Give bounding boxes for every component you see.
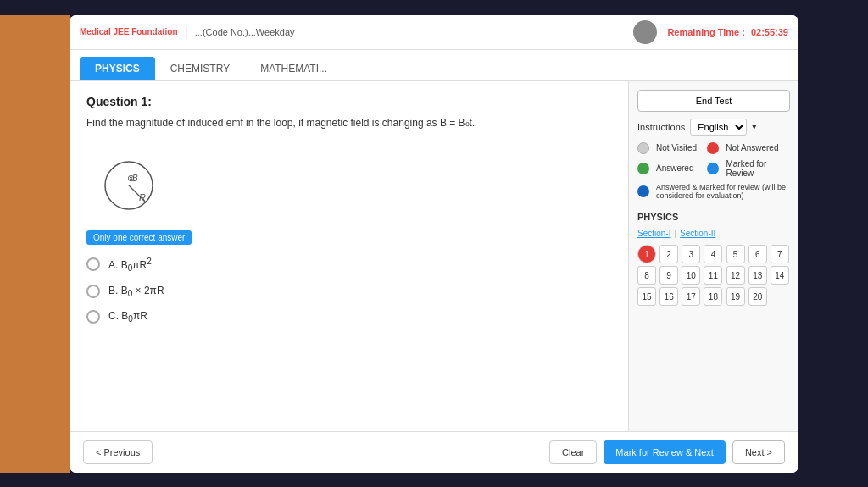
footer-buttons: < Previous Clear Mark for Review & Next … bbox=[70, 431, 798, 473]
number-grid: 1 2 3 4 5 6 7 8 9 10 11 12 13 14 15 16 1 bbox=[637, 245, 790, 306]
num-btn-16[interactable]: 16 bbox=[659, 287, 678, 306]
option-b-label: B. B0 × 2πR bbox=[108, 285, 164, 298]
logo-text: Medical JEE Foundation bbox=[80, 27, 178, 36]
only-one-label: Only one correct answer bbox=[86, 229, 611, 257]
next-button[interactable]: Next > bbox=[732, 440, 785, 464]
svg-text:B: B bbox=[132, 174, 138, 183]
question-number: Question 1: bbox=[86, 95, 611, 108]
clear-button[interactable]: Clear bbox=[549, 440, 597, 464]
remaining-time-value: 02:55:39 bbox=[751, 27, 788, 37]
num-btn-8[interactable]: 8 bbox=[637, 266, 656, 285]
header-left: Medical JEE Foundation | ...(Code No.)..… bbox=[80, 25, 295, 40]
tab-mathematics[interactable]: MATHEMATI... bbox=[245, 57, 342, 80]
num-btn-20[interactable]: 20 bbox=[748, 287, 767, 306]
num-btn-1[interactable]: 1 bbox=[637, 245, 656, 263]
option-a[interactable]: A. B0πR2 bbox=[86, 257, 611, 273]
num-btn-3[interactable]: 3 bbox=[682, 245, 700, 263]
previous-button[interactable]: < Previous bbox=[83, 440, 153, 464]
num-btn-12[interactable]: 12 bbox=[726, 266, 745, 285]
end-test-button[interactable]: End Test bbox=[637, 90, 790, 112]
question-diagram: ⊗ B R bbox=[95, 147, 163, 215]
legend-answered-marked-label: Answered & Marked for review (will be co… bbox=[656, 183, 790, 200]
legend-answered-label: Answered bbox=[656, 163, 693, 173]
num-btn-6[interactable]: 6 bbox=[748, 245, 767, 263]
legend-answered: Answered Marked for Review bbox=[637, 159, 790, 178]
mark-review-button[interactable]: Mark for Review & Next bbox=[604, 440, 726, 464]
num-btn-5[interactable]: 5 bbox=[726, 245, 745, 263]
num-btn-14[interactable]: 14 bbox=[771, 266, 789, 285]
num-btn-2[interactable]: 2 bbox=[659, 245, 678, 263]
svg-text:R: R bbox=[139, 192, 146, 202]
section-tabs: Section-I | Section-II bbox=[637, 229, 790, 238]
legend-not-answered-label: Not Answered bbox=[726, 143, 778, 152]
dot-answered-marked bbox=[637, 185, 649, 197]
right-background bbox=[798, 15, 868, 473]
header: Medical JEE Foundation | ...(Code No.)..… bbox=[70, 15, 798, 50]
avatar bbox=[633, 20, 657, 44]
legend-section: Not Visited Not Answered Answered Marked… bbox=[637, 142, 790, 200]
option-c[interactable]: C. B0πR bbox=[86, 310, 611, 324]
num-btn-7[interactable]: 7 bbox=[771, 245, 789, 263]
num-btn-19[interactable]: 19 bbox=[726, 287, 745, 306]
header-title: ...(Code No.)...Weekday bbox=[195, 27, 295, 37]
section-tab-2[interactable]: Section-II bbox=[680, 229, 715, 238]
radio-b[interactable] bbox=[86, 285, 100, 298]
main-screen: Medical JEE Foundation | ...(Code No.)..… bbox=[70, 15, 798, 473]
language-select[interactable]: English Hindi bbox=[690, 119, 747, 136]
radio-a[interactable] bbox=[86, 257, 100, 271]
left-background bbox=[0, 15, 70, 473]
num-btn-17[interactable]: 17 bbox=[682, 287, 700, 306]
tab-physics[interactable]: PHYSICS bbox=[80, 57, 155, 80]
option-c-label: C. B0πR bbox=[108, 310, 147, 324]
tab-chemistry[interactable]: CHEMISTRY bbox=[155, 57, 245, 80]
language-row: Instructions English Hindi ▾ bbox=[637, 119, 790, 136]
num-btn-13[interactable]: 13 bbox=[748, 266, 767, 285]
dot-answered bbox=[637, 163, 649, 174]
dot-not-answered bbox=[707, 142, 719, 154]
options-list: A. B0πR2 B. B0 × 2πR C. B0πR bbox=[86, 257, 611, 324]
legend-not-visited-label: Not Visited bbox=[656, 143, 697, 152]
legend-marked-label: Marked for Review bbox=[726, 159, 790, 178]
main-area: Question 1: Find the magnitude of induce… bbox=[70, 81, 798, 431]
radio-c[interactable] bbox=[86, 310, 100, 324]
option-a-label: A. B0πR2 bbox=[108, 257, 152, 273]
remaining-time: Remaining Time : 02:55:39 bbox=[667, 27, 788, 37]
num-btn-9[interactable]: 9 bbox=[659, 266, 678, 285]
dot-marked bbox=[707, 163, 719, 174]
chevron-down-icon: ▾ bbox=[752, 121, 757, 132]
header-right: Remaining Time : 02:55:39 bbox=[633, 20, 788, 44]
legend-not-visited: Not Visited Not Answered bbox=[637, 142, 790, 154]
num-btn-11[interactable]: 11 bbox=[704, 266, 722, 285]
question-text: Find the magnitude of induced emf in the… bbox=[86, 115, 611, 130]
instructions-button[interactable]: Instructions bbox=[637, 122, 685, 132]
dot-not-visited bbox=[637, 142, 649, 154]
section-tab-divider: | bbox=[674, 229, 676, 238]
legend-answered-marked: Answered & Marked for review (will be co… bbox=[637, 183, 790, 200]
section-tab-1[interactable]: Section-I bbox=[637, 229, 670, 238]
right-sidebar: End Test Instructions English Hindi ▾ No… bbox=[629, 81, 798, 431]
question-panel: Question 1: Find the magnitude of induce… bbox=[70, 81, 629, 431]
num-btn-10[interactable]: 10 bbox=[682, 266, 700, 285]
num-btn-15[interactable]: 15 bbox=[637, 287, 656, 306]
tabs-bar: PHYSICS CHEMISTRY MATHEMATI... bbox=[70, 50, 798, 81]
num-btn-18[interactable]: 18 bbox=[704, 287, 722, 306]
remaining-time-label: Remaining Time : bbox=[667, 27, 744, 37]
option-b[interactable]: B. B0 × 2πR bbox=[86, 285, 611, 298]
num-btn-4[interactable]: 4 bbox=[704, 245, 722, 263]
section-title: PHYSICS bbox=[637, 212, 790, 222]
action-buttons: Clear Mark for Review & Next Next > bbox=[549, 440, 785, 464]
